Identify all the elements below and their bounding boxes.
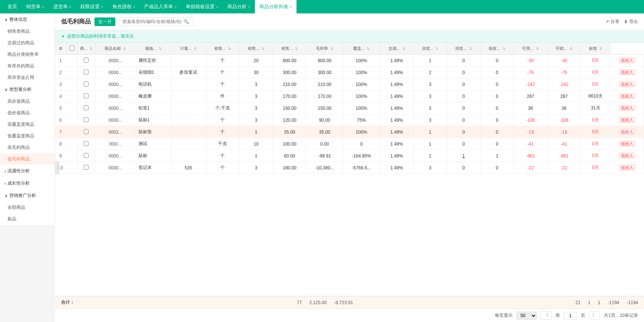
col-unit[interactable]: 计量... ⇅: [171, 43, 206, 55]
row-select-checkbox[interactable]: [84, 129, 89, 134]
row-settings: [66, 162, 77, 174]
row-select-checkbox[interactable]: [84, 93, 89, 98]
row-browse2: 0: [480, 55, 514, 67]
col-available[interactable]: 可用... ⇅: [514, 43, 547, 55]
nav-item-roles[interactable]: 角色授权 ×: [108, 0, 140, 13]
row-current-stock: -30: [514, 55, 547, 67]
next-page-btn[interactable]: 〉: [589, 311, 600, 320]
sidebar-item-low-margin[interactable]: 低毛利商品: [0, 153, 55, 165]
col-sale-price[interactable]: 销售... ⇅: [239, 43, 273, 55]
nav-item-permissions[interactable]: 权限设置 ×: [76, 0, 108, 13]
row-trade-count: 3: [413, 79, 447, 90]
row-spec: [171, 150, 206, 162]
row-browse1[interactable]: 1: [447, 150, 480, 162]
close-icon[interactable]: ×: [290, 5, 292, 9]
nav-item-analysis-list[interactable]: 商品分析列表 ×: [255, 0, 297, 13]
sidebar-item-low-coverage[interactable]: 低覆盖度商品: [0, 130, 55, 142]
close-icon[interactable]: ×: [69, 5, 71, 9]
page-size-select[interactable]: 50 100 200: [516, 312, 537, 320]
export-btn[interactable]: ⬇ 导出: [624, 19, 638, 25]
row-sellable-days: 0天: [581, 126, 611, 138]
close-icon[interactable]: ×: [174, 5, 177, 9]
sidebar-group-marketing[interactable]: ∨ 营销推广分析: [0, 189, 55, 202]
sidebar-item-traded[interactable]: 交易过的商品: [0, 37, 55, 49]
row-select-checkbox[interactable]: [84, 117, 89, 122]
sidebar-item-sales-products[interactable]: 销售类商品: [0, 26, 55, 37]
row-coverage: 1.49%: [380, 90, 413, 102]
sidebar-item-stock-capital[interactable]: 库存资金占用: [0, 72, 55, 83]
sidebar-item-category-rate[interactable]: 商品分类销售率: [0, 49, 55, 60]
col-sale-qty[interactable]: 销售... ⇅: [206, 43, 239, 55]
row-trade-count: 1: [413, 55, 447, 67]
row-sellable-days: 0天: [581, 55, 611, 67]
row-browse1: 0: [447, 138, 480, 150]
sidebar-group-type[interactable]: ∨ 类型量分析: [0, 83, 55, 96]
close-icon[interactable]: ×: [133, 5, 135, 9]
sidebar-item-in-stock[interactable]: 有库存的商品: [0, 60, 55, 72]
row-tag: 低收入: [611, 79, 644, 90]
sidebar-item-high-coverage[interactable]: 高覆盖度商品: [0, 119, 55, 130]
nav-item-templates[interactable]: 单据模板设置 ×: [181, 0, 223, 13]
sidebar: ∨ 整体信息 销售类商品 交易过的商品 商品分类销售率 有库存的商品 库存资金占…: [0, 13, 55, 225]
filter-recent-month-btn[interactable]: 近一月: [94, 17, 115, 26]
row-select-checkbox[interactable]: [84, 105, 89, 110]
prev-page-btn[interactable]: 〈: [541, 311, 552, 320]
header-actions: ↗ 分享 ⬇ 导出: [605, 19, 638, 25]
search-input[interactable]: [122, 19, 182, 24]
row-select-checkbox[interactable]: [84, 82, 89, 86]
col-code[interactable]: 商... ⇅: [77, 43, 95, 55]
col-sellable[interactable]: 可销... ⇅: [547, 43, 581, 55]
col-browse1[interactable]: 浏览... ⇅: [413, 43, 447, 55]
search-icon[interactable]: 🔍: [183, 19, 189, 24]
nav-item-products[interactable]: 产成品入库单 ×: [140, 0, 181, 13]
nav-item-analysis[interactable]: 商品分析 ×: [223, 0, 255, 13]
chevron-right-icon: ›: [4, 181, 6, 186]
row-coverage: 1.49%: [380, 67, 413, 79]
sidebar-item-all-products[interactable]: 全部商品: [0, 202, 55, 213]
row-select-checkbox[interactable]: [84, 153, 89, 158]
share-btn[interactable]: ↗ 分享: [605, 19, 619, 25]
table-row: 1 0000... 属性定价 个 20 800.00 800.00 100% 1…: [55, 55, 644, 67]
row-trade-count: 3: [413, 102, 447, 114]
sidebar-item-new-products[interactable]: 新品: [0, 213, 55, 225]
table-footer: 合计： 77 2,125.00 -8,723.91 21 1 1 -1194 -…: [55, 296, 644, 309]
col-settings[interactable]: ⚙: [55, 43, 66, 55]
nav-item-home[interactable]: 首页: [3, 0, 22, 13]
col-current-stock[interactable]: 现有... ⇅: [480, 43, 514, 55]
alert-banner: ✦ 这部分商品的利润非常低，请关注: [55, 30, 644, 43]
sidebar-group-overall[interactable]: ∨ 整体信息: [0, 13, 55, 26]
row-select-checkbox[interactable]: [84, 165, 89, 170]
nav-item-sales[interactable]: 销货单 ×: [22, 0, 49, 13]
row-available-stock: -41: [547, 138, 581, 150]
close-icon[interactable]: ×: [248, 5, 250, 9]
nav-item-purchase[interactable]: 进货单 ×: [49, 0, 76, 13]
row-select-checkbox[interactable]: [84, 58, 89, 63]
row-number: 8: [55, 138, 66, 150]
sidebar-group-growth[interactable]: › 成长性分析: [0, 177, 55, 189]
row-coverage: 1.49%: [380, 162, 413, 174]
row-select-checkbox[interactable]: [84, 141, 89, 146]
row-sale-price: 150.00: [273, 102, 306, 114]
sidebar-item-high-margin[interactable]: 高毛利商品: [0, 142, 55, 153]
row-browse2: 0: [480, 90, 514, 102]
sidebar-item-low-value[interactable]: 低价值商品: [0, 107, 55, 119]
col-name[interactable]: 商品名称 ⇅: [95, 43, 136, 55]
col-browse2[interactable]: 浏览... ⇅: [447, 43, 480, 55]
col-spec[interactable]: 规格... ⇅: [136, 43, 171, 55]
page-label: 第: [555, 312, 560, 319]
close-icon[interactable]: ×: [42, 5, 44, 9]
sidebar-group-flow[interactable]: › 流通性分析: [0, 165, 55, 177]
sidebar-item-high-value[interactable]: 高价值商品: [0, 96, 55, 107]
col-gross-margin[interactable]: 毛利率 ⇅: [306, 43, 343, 55]
page-number-input[interactable]: [564, 312, 577, 319]
row-select-checkbox[interactable]: [84, 70, 89, 74]
close-icon[interactable]: ×: [101, 5, 103, 9]
table-header-row: ⚙ 商... ⇅ 商品名称 ⇅ 规格... ⇅ 计量... ⇅ 销售... ⇅ …: [55, 43, 644, 55]
collapse-sidebar-btn[interactable]: 《: [55, 161, 60, 175]
select-all-checkbox[interactable]: [70, 46, 74, 51]
close-icon[interactable]: ×: [216, 5, 218, 9]
col-coverage[interactable]: 覆盖... ⇅: [343, 43, 380, 55]
col-trade[interactable]: 交易... ⇅: [380, 43, 413, 55]
col-tag[interactable]: 标签 ⇅: [581, 43, 611, 55]
col-sale-amount[interactable]: 销售... ⇅: [273, 43, 306, 55]
